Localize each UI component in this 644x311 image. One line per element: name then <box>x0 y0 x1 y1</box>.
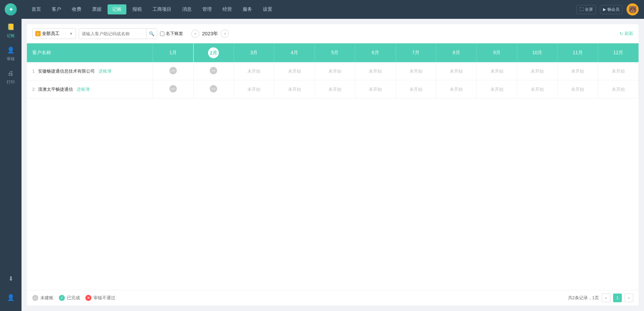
row2-m2-status <box>210 85 217 92</box>
row2-m3-status: 未开始 <box>247 87 260 92</box>
row2-m12-status: 未开始 <box>612 87 625 92</box>
row1-index: 1 <box>32 69 35 74</box>
col-month-4: 4月 <box>274 43 315 62</box>
employee-select[interactable]: ≡ 全部员工 ▼ <box>32 28 76 39</box>
row1-m1-status <box>169 67 177 74</box>
col-month-11: 11月 <box>558 43 598 62</box>
sidebar-item-print-label: 打印 <box>7 79 15 85</box>
nav-charge[interactable]: 收费 <box>67 4 86 14</box>
nav-biz[interactable]: 工商项目 <box>148 4 176 14</box>
refresh-icon: ↻ <box>619 31 623 36</box>
col-month-6: 6月 <box>355 43 396 62</box>
member-button[interactable]: ▶ 畅会员 <box>600 5 622 14</box>
row1-m3-status: 未开始 <box>247 69 260 74</box>
row2-m5-status: 未开始 <box>328 87 341 92</box>
table-row: 2 漠澳太平畅捷通信 进账簿 未开始 未开始 未开始 未开始 未开始 未开始 <box>27 80 639 99</box>
nav-client[interactable]: 客户 <box>47 4 66 14</box>
legend-rejected: ✕ 审核不通过 <box>85 295 115 301</box>
checkbox-label[interactable]: 名下账套 <box>160 31 183 37</box>
prev-year-button[interactable]: ‹ <box>191 30 199 38</box>
row1-m11-status: 未开始 <box>571 69 584 74</box>
sidebar: ✦ 📒 记账 👤 审核 🖨 打印 ⬇ 👤 <box>0 0 22 311</box>
sidebar-item-accounting[interactable]: 📒 记账 <box>0 19 22 42</box>
row1-jinzhang-link[interactable]: 进账簿 <box>98 69 112 74</box>
fullscreen-label: 全屏 <box>585 7 593 12</box>
next-page-button[interactable]: › <box>625 294 633 302</box>
sidebar-item-download[interactable]: ⬇ <box>0 271 22 287</box>
nav-tax[interactable]: 报税 <box>128 4 147 14</box>
support-icon: 👤 <box>6 293 15 302</box>
sidebar-item-print[interactable]: 🖨 打印 <box>0 65 22 88</box>
avatar[interactable]: 🐻 <box>627 3 639 15</box>
row1-m6-status: 未开始 <box>369 69 382 74</box>
topnav: 首页 客户 收费 票据 记账 报税 工商项目 消息 管理 经营 服务 设置 ⛶ … <box>22 0 644 19</box>
row1-m7-status: 未开始 <box>409 69 422 74</box>
logo-icon: ✦ <box>5 3 17 15</box>
row2-name-cell: 2 漠澳太平畅捷通信 进账簿 <box>27 80 153 99</box>
row1-month-2 <box>193 62 234 80</box>
checkbox-mingxia[interactable] <box>160 32 164 36</box>
row1-m9-status: 未开始 <box>490 69 504 74</box>
row2-index: 2 <box>32 87 35 92</box>
row2-jinzhang-link[interactable]: 进账簿 <box>77 87 90 92</box>
nav-service[interactable]: 服务 <box>238 4 257 14</box>
footer-pagination: 共2条记录，1页 ‹ 1 › <box>568 294 633 302</box>
row1-month-4: 未开始 <box>274 62 315 80</box>
row2-month-5: 未开始 <box>315 80 355 99</box>
nav-manage[interactable]: 管理 <box>198 4 216 14</box>
nav-accounting[interactable]: 记账 <box>108 4 126 14</box>
col-month-3: 3月 <box>234 43 274 62</box>
refresh-button[interactable]: ↻ 刷新 <box>619 31 633 37</box>
play-icon: ▶ <box>603 7 606 12</box>
sidebar-item-accounting-label: 记账 <box>7 33 15 39</box>
employee-select-label: 全部员工 <box>42 31 59 37</box>
year-nav: ‹ 2023年 › <box>191 30 229 38</box>
chevron-down-icon: ▼ <box>69 32 73 36</box>
legend-teal-dot: ✓ <box>59 295 65 301</box>
nav-operation[interactable]: 经营 <box>218 4 237 14</box>
fullscreen-button[interactable]: ⛶ 全屏 <box>576 5 596 14</box>
page-1-button[interactable]: 1 <box>613 294 622 302</box>
col-month-1: 1月 <box>153 43 193 62</box>
row2-month-9: 未开始 <box>477 80 517 99</box>
sidebar-item-support[interactable]: 👤 <box>0 289 22 306</box>
table-header-row: 客户名称 1月 2月 3月 4月 5月 6月 7月 8月 9月 10月 11月 <box>27 43 639 62</box>
nav-right: ⛶ 全屏 ▶ 畅会员 🐻 <box>576 3 639 15</box>
search-input[interactable] <box>79 31 146 36</box>
row1-month-9: 未开始 <box>477 62 517 80</box>
col-month-7: 7月 <box>396 43 436 62</box>
nav-invoice[interactable]: 票据 <box>87 4 106 14</box>
table-wrap: 客户名称 1月 2月 3月 4月 5月 6月 7月 8月 9月 10月 11月 <box>27 43 639 290</box>
legend-not-built-label: 未建账 <box>40 295 53 301</box>
sidebar-bottom: ⬇ 👤 <box>0 271 22 306</box>
row2-m7-status: 未开始 <box>409 87 422 92</box>
year-display: 2023年 <box>202 31 218 37</box>
row2-m9-status: 未开始 <box>490 87 504 92</box>
nav-home[interactable]: 首页 <box>27 4 46 14</box>
fullscreen-icon: ⛶ <box>579 7 583 12</box>
row1-month-3: 未开始 <box>234 62 274 80</box>
row2-month-11: 未开始 <box>558 80 598 99</box>
row1-month-5: 未开始 <box>315 62 355 80</box>
row1-month-12: 未开始 <box>598 62 638 80</box>
nav-settings[interactable]: 设置 <box>258 4 277 14</box>
refresh-label: 刷新 <box>625 31 633 37</box>
nav-message[interactable]: 消息 <box>177 4 196 14</box>
main-table: 客户名称 1月 2月 3月 4月 5月 6月 7月 8月 9月 10月 11月 <box>27 43 639 99</box>
sidebar-item-review[interactable]: 👤 审核 <box>0 42 22 65</box>
row1-month-6: 未开始 <box>355 62 396 80</box>
row2-m4-status: 未开始 <box>288 87 301 92</box>
active-month-circle: 2月 <box>208 47 219 58</box>
row1-m12-status: 未开始 <box>612 69 625 74</box>
row2-m6-status: 未开始 <box>369 87 382 92</box>
col-month-10: 10月 <box>517 43 557 62</box>
next-year-button[interactable]: › <box>221 30 229 38</box>
toolbar: ≡ 全部员工 ▼ 🔍 名下账套 ‹ 2023年 › <box>27 24 639 43</box>
row1-month-11: 未开始 <box>558 62 598 80</box>
row1-month-7: 未开始 <box>396 62 436 80</box>
row2-m8-status: 未开始 <box>450 87 463 92</box>
prev-page-button[interactable]: ‹ <box>602 294 610 302</box>
search-button[interactable]: 🔍 <box>146 28 157 39</box>
content: ≡ 全部员工 ▼ 🔍 名下账套 ‹ 2023年 › <box>22 19 644 311</box>
row2-month-7: 未开始 <box>396 80 436 99</box>
